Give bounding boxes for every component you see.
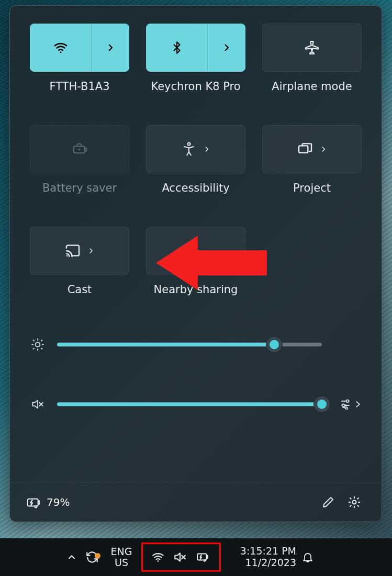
system-tray-highlight[interactable] <box>141 542 221 572</box>
volume-slider[interactable] <box>57 399 322 409</box>
project-label: Project <box>293 182 331 194</box>
airplane-label: Airplane mode <box>272 80 352 93</box>
nearby-sharing-label: Nearby sharing <box>154 283 238 296</box>
svg-marker-16 <box>32 400 38 408</box>
volume-row <box>30 397 362 411</box>
cast-tile[interactable] <box>30 227 129 275</box>
chevron-right-icon <box>106 43 115 52</box>
battery-charging-icon <box>26 494 41 510</box>
svg-point-28 <box>158 560 159 562</box>
lang-bottom: US <box>115 557 128 568</box>
brightness-slider[interactable] <box>57 339 322 350</box>
svg-rect-2 <box>85 148 86 151</box>
svg-point-6 <box>66 255 68 257</box>
date-text: 11/2/2023 <box>245 557 296 569</box>
brightness-icon <box>30 338 46 351</box>
svg-rect-33 <box>207 556 208 558</box>
project-tile[interactable] <box>262 125 362 173</box>
wifi-expand[interactable] <box>91 24 129 71</box>
svg-line-12 <box>33 340 35 341</box>
tile-wrap-nearby: Nearby sharing <box>146 227 245 296</box>
svg-line-14 <box>41 340 42 341</box>
chevron-right-icon <box>222 43 231 52</box>
svg-point-7 <box>36 342 40 347</box>
accessibility-label: Accessibility <box>162 182 229 194</box>
cast-icon <box>64 242 81 259</box>
language-indicator[interactable]: ENG US <box>104 546 139 568</box>
tray-wifi-icon <box>151 550 165 564</box>
volume-mute-icon <box>30 397 46 411</box>
svg-point-3 <box>78 149 80 151</box>
quick-settings-grid: FTTH-B1A3 Keychron K8 Pro <box>30 24 362 296</box>
wifi-toggle[interactable] <box>30 24 91 71</box>
taskbar: ENG US 3:15:21 PM 11/2/2023 <box>0 538 392 576</box>
project-icon <box>297 141 313 158</box>
svg-point-20 <box>346 400 349 403</box>
svg-point-26 <box>353 500 356 504</box>
battery-saver-icon <box>71 140 88 158</box>
quick-settings-panel: FTTH-B1A3 Keychron K8 Pro <box>9 5 382 522</box>
panel-footer: 79% <box>10 482 382 522</box>
chevron-right-icon <box>203 146 210 153</box>
tray-volume-mute-icon <box>173 550 187 564</box>
svg-point-4 <box>188 143 191 146</box>
audio-output-button[interactable] <box>333 397 362 411</box>
tile-wrap-battsaver: Battery saver <box>30 125 129 194</box>
airplane-icon <box>304 39 320 56</box>
tile-wrap-project: Project <box>262 125 362 194</box>
airplane-tile[interactable] <box>262 24 362 72</box>
edit-quick-settings-button[interactable] <box>317 491 340 514</box>
bluetooth-expand[interactable] <box>207 24 245 71</box>
accessibility-tile[interactable] <box>146 125 245 173</box>
nearby-sharing-tile[interactable] <box>146 227 245 275</box>
svg-point-0 <box>60 51 62 53</box>
svg-line-15 <box>33 348 35 349</box>
tray-battery-icon <box>195 550 211 564</box>
battery-saver-tile <box>30 125 129 173</box>
svg-rect-5 <box>299 146 308 152</box>
gear-icon <box>348 495 361 509</box>
tile-wrap-cast: Cast <box>30 227 129 296</box>
lang-top: ENG <box>111 546 132 557</box>
bluetooth-icon <box>170 41 184 54</box>
chevron-right-icon <box>320 146 327 153</box>
clock[interactable]: 3:15:21 PM 11/2/2023 <box>223 546 296 569</box>
tile-wrap-wifi: FTTH-B1A3 <box>30 24 129 93</box>
wifi-label: FTTH-B1A3 <box>49 80 109 93</box>
update-pending-badge <box>95 553 100 559</box>
accessibility-icon <box>181 141 197 157</box>
battery-status[interactable]: 79% <box>26 494 70 510</box>
wifi-tile[interactable] <box>30 24 129 72</box>
bluetooth-label: Keychron K8 Pro <box>151 80 240 93</box>
wifi-icon <box>53 40 69 56</box>
tile-wrap-a11y: Accessibility <box>146 125 245 194</box>
windows-update-icon[interactable] <box>81 550 104 564</box>
cast-label: Cast <box>68 283 92 296</box>
battery-saver-label: Battery saver <box>42 182 117 194</box>
bluetooth-toggle[interactable] <box>147 24 207 71</box>
svg-marker-29 <box>175 553 180 561</box>
tile-wrap-bluetooth: Keychron K8 Pro <box>146 24 245 93</box>
svg-rect-25 <box>38 501 40 504</box>
tile-wrap-airplane: Airplane mode <box>262 24 362 93</box>
time-text: 3:15:21 PM <box>240 546 296 557</box>
brightness-row <box>30 338 362 351</box>
bluetooth-tile[interactable] <box>146 24 245 72</box>
battery-pct: 79% <box>47 496 70 508</box>
overflow-chevron[interactable] <box>63 552 81 562</box>
chevron-right-icon <box>87 247 95 254</box>
notifications-button[interactable] <box>296 551 319 563</box>
pencil-icon <box>322 496 334 508</box>
settings-button[interactable] <box>343 491 366 514</box>
svg-line-13 <box>41 348 42 349</box>
sliders-section <box>30 338 362 411</box>
